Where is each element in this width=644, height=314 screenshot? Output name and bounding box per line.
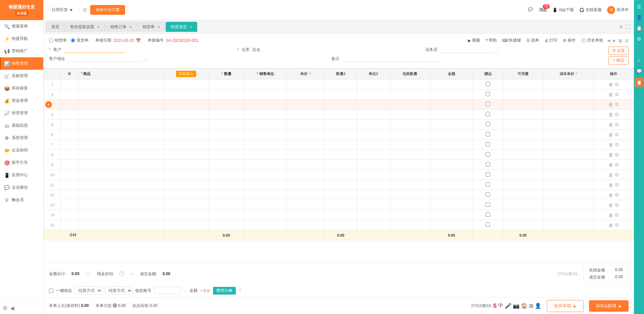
operate-btn[interactable]: ⚙ 操作 xyxy=(561,37,577,44)
maximize-btn[interactable]: ⛶ xyxy=(625,23,631,30)
gift-checkbox[interactable] xyxy=(486,192,490,197)
sidebar-item-basic[interactable]: 🗂 基础信息 xyxy=(0,119,43,132)
copy-row-btn[interactable]: ⧉ xyxy=(615,91,619,98)
copy-row-btn[interactable]: ⧉ xyxy=(615,172,619,178)
copy-row-btn[interactable]: ⧉ xyxy=(615,101,619,108)
gift-checkbox[interactable] xyxy=(486,162,490,167)
select-btn[interactable]: ☰ 选单 xyxy=(525,37,540,44)
customer-input[interactable] xyxy=(64,47,124,53)
gift-checkbox[interactable] xyxy=(486,172,490,177)
copy-row-btn[interactable]: ⧉ xyxy=(615,162,619,168)
price-info-icon[interactable]: ? xyxy=(309,72,311,76)
sidebar-item-system[interactable]: ⚙ 系统管理 xyxy=(0,132,43,144)
sidebar-item-newbie[interactable]: 🎯 新手引导 xyxy=(0,156,43,169)
copy-row-btn[interactable]: ⧉ xyxy=(615,141,619,148)
product-input[interactable] xyxy=(79,103,162,107)
add-payment-btn[interactable]: + 添加 xyxy=(200,288,210,293)
logistics-btn[interactable]: + 物流 xyxy=(608,56,629,65)
topbar-daily-goods[interactable]: 日用百货 ▼ xyxy=(49,6,76,14)
history-btn[interactable]: 🕐 历史单据 xyxy=(580,37,604,44)
sidebar-item-wechat[interactable]: 💬 企业微信 xyxy=(0,181,43,194)
delete-row-btn[interactable]: 🗑 xyxy=(608,121,613,128)
gift-checkbox[interactable] xyxy=(486,102,490,106)
radio-return-input[interactable] xyxy=(71,38,75,43)
mic-icon[interactable]: 🎤 xyxy=(505,303,512,309)
delete-row-btn[interactable]: 🗑 xyxy=(608,162,613,168)
delete-row-btn[interactable]: 🗑 xyxy=(608,202,613,208)
tab-sales-return[interactable]: 销货退货 ✕ xyxy=(166,22,197,32)
scan-button[interactable]: 扫码录入 xyxy=(176,71,196,77)
settlement-select[interactable]: 结算方式 xyxy=(75,287,102,295)
nav-next-icon[interactable]: ▶ xyxy=(613,38,616,43)
close-tab-btn[interactable]: ✕ xyxy=(619,23,624,30)
experience-btn[interactable]: 体验行业方案 xyxy=(90,5,125,15)
print-btn-label[interactable]: 打印次数0次 xyxy=(471,303,492,308)
cost-info-icon[interactable]: ? xyxy=(575,72,577,76)
gift-checkbox[interactable] xyxy=(486,92,490,96)
print-btn[interactable]: 🖨 打印 xyxy=(543,37,559,44)
sidebar-item-finance[interactable]: 💰 资金管理 xyxy=(0,95,43,107)
tab-sales-order[interactable]: 销售订单 ✕ xyxy=(105,22,137,32)
sidebar-item-enterprise[interactable]: 🤝 企业协同 xyxy=(0,144,43,156)
sidebar-item-quick[interactable]: ⚡ 快捷导航 xyxy=(0,33,43,45)
message-btn[interactable]: 💬 70 消息 xyxy=(528,7,547,13)
sidebar-item-marketing[interactable]: 📢 营销推广 xyxy=(0,45,43,57)
copy-row-btn[interactable]: ⧉ xyxy=(615,81,619,87)
discount-info-icon[interactable]: ? xyxy=(119,271,124,276)
delete-row-btn[interactable]: 🗑 xyxy=(608,151,613,158)
help-btn[interactable]: ? 帮助 xyxy=(484,37,498,44)
tab-home[interactable]: 首页 xyxy=(46,22,64,32)
warehouse-picker[interactable]: ... xyxy=(263,48,266,52)
calc-method-select[interactable]: 结算方式 xyxy=(105,287,132,295)
copy-row-btn[interactable]: ⧉ xyxy=(615,111,619,118)
panel-icon-6[interactable]: ☆ xyxy=(636,56,643,64)
gift-checkbox[interactable] xyxy=(486,112,490,116)
gift-checkbox[interactable] xyxy=(486,202,490,207)
delete-row-btn[interactable]: 🗑 xyxy=(608,212,613,218)
tab-sales-out[interactable]: 销货单 ✕ xyxy=(138,22,165,32)
gift-checkbox[interactable] xyxy=(486,142,490,146)
video-btn[interactable]: ▶ 视频 xyxy=(467,37,481,44)
staff-picker[interactable]: ... xyxy=(496,48,499,52)
copy-row-btn[interactable]: ⧉ xyxy=(615,182,619,188)
collapse-icon[interactable]: ◀ xyxy=(10,305,14,311)
qr-icon[interactable]: ⊞ xyxy=(529,303,533,309)
radio-sales-input[interactable] xyxy=(49,38,53,43)
gift-checkbox[interactable] xyxy=(486,152,490,156)
delete-row-btn[interactable]: 🗑 xyxy=(608,101,613,108)
delete-row-btn[interactable]: 🗑 xyxy=(608,172,613,178)
tab-close-icon[interactable]: ✕ xyxy=(190,25,192,29)
gift-checkbox[interactable] xyxy=(486,132,490,136)
calendar-icon[interactable]: 📅 xyxy=(136,38,141,43)
nav-prev-icon[interactable]: ◀ xyxy=(607,38,610,43)
delete-row-btn[interactable]: 🗑 xyxy=(608,222,613,228)
setup-btn[interactable]: ⚙ 设置 xyxy=(608,47,629,55)
radio-sales[interactable]: 销货单 xyxy=(49,38,67,43)
sidebar-item-apps[interactable]: 📱 应用中心 xyxy=(0,169,43,181)
tab-price-settings[interactable]: 售价提取设置 ✕ xyxy=(65,22,105,32)
panel-icon-4[interactable]: ⚙ xyxy=(636,35,643,43)
note-input[interactable] xyxy=(342,56,443,62)
delete-row-btn[interactable]: 🗑 xyxy=(608,182,613,188)
app-download-btn[interactable]: 📱 App下载 xyxy=(552,7,574,13)
gift-checkbox[interactable] xyxy=(486,82,490,86)
account-input[interactable] xyxy=(154,287,181,294)
copy-row-btn[interactable]: ⧉ xyxy=(615,222,619,228)
fee-help-icon[interactable]: ? xyxy=(238,288,241,293)
one-click-checkbox[interactable] xyxy=(49,289,53,293)
camera-icon[interactable]: 📷 xyxy=(513,303,520,309)
list-view-icon[interactable]: ▤ xyxy=(625,38,629,43)
settings-gear-icon[interactable]: ⚙ xyxy=(82,6,88,13)
customer-picker[interactable]: ... xyxy=(127,48,130,52)
dots-picker[interactable]: ... xyxy=(183,288,187,293)
sidebar-item-inventory[interactable]: 📦 库存核算 xyxy=(0,82,43,95)
delete-row-btn[interactable]: 🗑 xyxy=(608,111,613,118)
copy-row-btn[interactable]: ⧉ xyxy=(615,151,619,158)
person-icon[interactable]: 👤 xyxy=(535,303,541,309)
delete-row-btn[interactable]: 🗑 xyxy=(608,91,613,98)
home-icon[interactable]: 🏠 xyxy=(521,303,528,309)
address-input[interactable] xyxy=(68,56,142,62)
panel-icon-5[interactable]: 📎 xyxy=(635,46,643,54)
gift-checkbox[interactable] xyxy=(486,212,490,217)
gift-checkbox[interactable] xyxy=(486,182,490,187)
